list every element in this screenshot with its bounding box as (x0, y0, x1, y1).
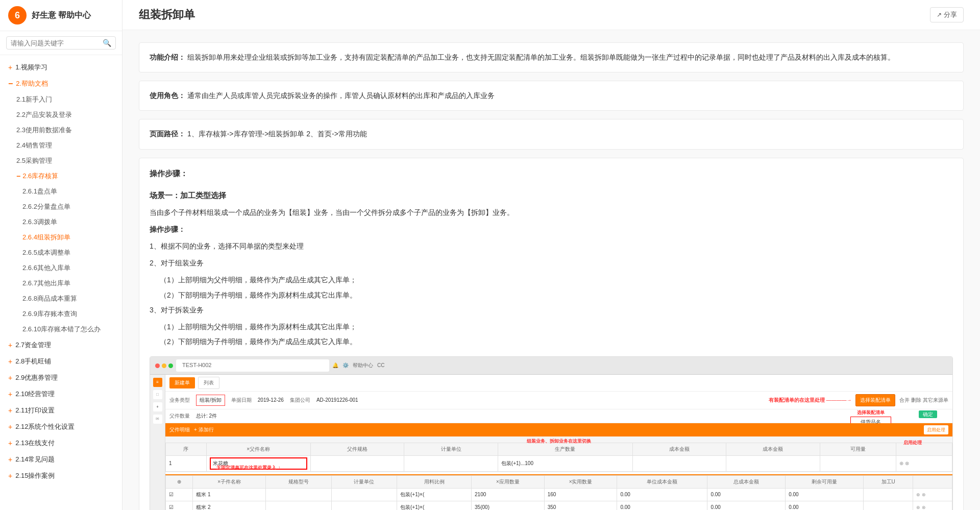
confirm-btn[interactable]: 确定 (919, 410, 937, 418)
th-available: 可用量 (820, 443, 896, 456)
sidebar-item-label: 2.11打印设置 (15, 406, 55, 415)
intro-text: 组装拆卸单用来处理企业组装或拆卸等加工业务，支持有固定装配清单的产品加工业务，也… (187, 53, 895, 61)
sub-td-save-2: 0.00 (617, 501, 707, 510)
annotation3-wrap: 组装业务、拆卸业务在这里切换 (527, 436, 591, 446)
app-main: ≡ □ ♦ ✉ 新建单 列表 (150, 375, 952, 510)
plus-icon-2-14: + (8, 455, 12, 464)
sub-th-op2 (913, 476, 952, 489)
steps-label: 操作步骤： (150, 223, 953, 236)
sidebar-item-2-6-5[interactable]: 2.6.5成本调整单 (0, 245, 122, 260)
sidebar-item-2-8[interactable]: + 2.8手机旺铺 (0, 353, 122, 370)
sidebar-item-2-6-6[interactable]: 2.6.6其他入库单 (0, 260, 122, 276)
sidebar-item-2-7[interactable]: + 2.7资金管理 (0, 337, 122, 353)
td-op: ⊕ ⊗ (896, 456, 952, 472)
sidebar-item-2-6-7[interactable]: 2.6.7其他出库单 (0, 276, 122, 291)
sub-table-row-2: ☑ 糯米 2 包装(+1)×( 35(00) 350 0.00 0.00 (166, 501, 952, 510)
sidebar-item-docs[interactable]: − 2.帮助文档 (0, 76, 122, 92)
sub-th-actualqty: ×实用数量 (544, 476, 617, 489)
search-wrap[interactable]: 🔍 (6, 36, 116, 50)
td-total (726, 456, 820, 472)
main-area: 组装拆卸单 ↗ 分享 功能介绍： 组装拆卸单用来处理企业组装或拆卸等加工业务，支… (122, 0, 980, 510)
role-text: 通常由生产人员或库管人员完成拆装业务的操作，库管人员确认原材料的出库和产成品的入… (187, 91, 495, 100)
scene1-title: 场景一：加工类型选择 (150, 188, 953, 202)
path-label: 页面路径： (150, 130, 185, 138)
sidebar-item-2-12[interactable]: + 2.12系统个性化设置 (0, 419, 122, 435)
sub-th-totalcost: 总成本金额 (707, 476, 786, 489)
plus-icon-2-9: + (8, 374, 12, 382)
sub-td-sel-2: ☑ (166, 501, 193, 510)
process-btn[interactable]: 启用处理 (924, 425, 948, 434)
steps-card: 操作步骤： 场景一：加工类型选择 当由多个子件材料组装成一个成品的业务为【组装】… (139, 158, 964, 510)
sidebar-item-2-11[interactable]: + 2.11打印设置 (0, 402, 122, 419)
app-sidebar: ≡ □ ♦ ✉ (150, 375, 165, 510)
sidebar-item-install[interactable]: 2.2产品安装及登录 (0, 107, 122, 123)
sidebar-item-label: 2.13在线支付 (15, 439, 55, 448)
sidebar-item-sales[interactable]: 2.4销售管理 (0, 138, 122, 153)
logo-icon: 6 (8, 6, 27, 25)
sub-td-ratio-2: 包装(+1)×( (397, 501, 472, 510)
screenshot-content: 新建单 列表 业务类型 组装/拆卸 单据日期 2019-12-26 集团公司 (165, 375, 952, 510)
sidebar-item-2-14[interactable]: + 2.14常见问题 (0, 451, 122, 468)
sidebar-item-2-6-4[interactable]: 2.6.4组装拆卸单 (0, 230, 122, 245)
step3: 3、对于拆装业务 (150, 304, 953, 317)
minus-icon-docs: − (8, 79, 13, 88)
sidebar-item-2-6-9[interactable]: 2.6.9库存账本查询 (0, 306, 122, 322)
section-add-btn[interactable]: + 添加行 (194, 425, 214, 434)
step2-sub2: （2）下部明细为子件明细，最终作为原材料生成其它出库单。 (150, 289, 953, 302)
sidebar-item-video[interactable]: + 1.视频学习 (0, 59, 122, 76)
sub-th-savecost: 单位成本金额 (617, 476, 707, 489)
order-label: 集团公司 (290, 396, 310, 405)
sidebar-item-2-15[interactable]: + 2.15操作案例 (0, 468, 122, 484)
parent-table-body: 1 米花糖 包装(+1)...100 (166, 456, 952, 472)
search-icon[interactable]: 🔍 (103, 39, 111, 47)
annotation4-text: 启用处理 (903, 439, 922, 447)
annotation1-text: 有装配清单的在这里处理 (769, 397, 825, 403)
sidebar-item-label: 2.14常见问题 (15, 455, 55, 464)
step2-sub1: （1）上部明细为父件明细，最终作为产成品生成其它入库单； (150, 274, 953, 286)
sidebar-item-2-9[interactable]: + 2.9优惠券管理 (0, 370, 122, 386)
plus-icon-video: + (8, 63, 12, 71)
sidebar-item-2-13[interactable]: + 2.13在线支付 (0, 435, 122, 451)
search-box: 🔍 (0, 31, 122, 55)
date-value: 2019-12-26 (258, 396, 284, 405)
sub-td-actual-1: 160 (544, 489, 617, 501)
assembly-btn[interactable]: 选择装配清单 (855, 394, 895, 406)
browser-url: TEST-H002 (176, 359, 329, 372)
sub-th-name: ×子件名称 (193, 476, 266, 489)
tab-list: 列表 (198, 377, 219, 389)
step2: 2、对于组装业务 (150, 257, 953, 270)
sub-table-row-1: ☑ 糯米 1 包装(+1)×( 2100 160 0.00 (166, 489, 952, 501)
sidebar-item-2-6-2[interactable]: 2.6.2分量盘点单 (0, 199, 122, 214)
extra-actions: 合并 删除 其它来源单 (899, 396, 948, 405)
sidebar-item-2-6-1[interactable]: 2.6.1盘点单 (0, 184, 122, 199)
sub-th-action: 加工U (863, 476, 913, 489)
sidebar-item-new-user[interactable]: 2.1新手入门 (0, 92, 122, 107)
sidebar-item-2-6-10[interactable]: 2.6.10库存账本错了怎么办 (0, 322, 122, 337)
share-button[interactable]: ↗ 分享 (930, 7, 964, 22)
page-title: 组装拆卸单 (139, 7, 195, 22)
annotation-area: 有装配清单的在这里处理 ————→ 选择装配清单 合并 删除 其它来源单 (364, 394, 948, 406)
td-sku (310, 456, 404, 472)
annotation5-area: 无固定清单可在这里处置录入 ↑ (165, 472, 952, 474)
role-label: 使用角色： (150, 91, 185, 100)
sidebar-item-purchase[interactable]: 2.5采购管理 (0, 153, 122, 168)
sidebar-item-2-6-3[interactable]: 2.6.3调拨单 (0, 214, 122, 230)
sub-th-avail: 剩余可用量 (786, 476, 864, 489)
annotation5-text: 无固定清单可在这里处置录入 (216, 465, 276, 470)
sub-td-total-2: 0.00 (707, 501, 786, 510)
sidebar-item-2-10[interactable]: + 2.10经营管理 (0, 386, 122, 402)
sub-td-op-1: ⊕ ⊗ (913, 489, 952, 501)
sidebar-icon-1: ≡ (153, 378, 162, 387)
sidebar-item-data-prep[interactable]: 2.3使用前数据准备 (0, 123, 122, 138)
sidebar-header: 6 好生意 帮助中心 (0, 0, 122, 31)
sub-td-avail-1: 0.00 (786, 489, 864, 501)
table-row: 1 米花糖 包装(+1)...100 (166, 456, 952, 472)
sidebar-item-inventory[interactable]: − 2.6库存核算 (0, 168, 122, 184)
search-input[interactable] (11, 39, 103, 47)
sidebar-item-2-6-8[interactable]: 2.6.8商品成本重算 (0, 291, 122, 306)
th-sku: 父件规格 (310, 443, 404, 456)
annotation2-text: 选择装配清单 (857, 408, 885, 417)
annotation1-wrap: 有装配清单的在这里处理 ————→ (769, 396, 852, 405)
nav-section-video: + 1.视频学习 (0, 59, 122, 76)
annotation4-inner: 启用处理 (903, 439, 922, 447)
